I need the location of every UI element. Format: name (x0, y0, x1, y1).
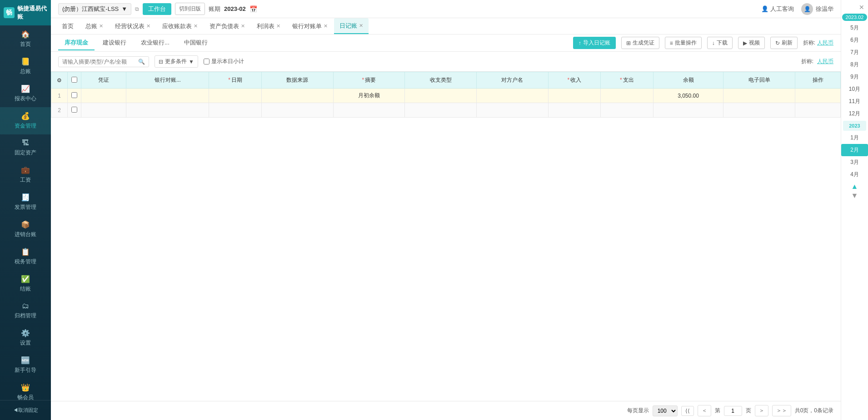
month-item-4[interactable]: 4月 (841, 168, 868, 181)
fixed-icon: 🏗 (22, 139, 29, 147)
month-item-9[interactable]: 9月 (841, 71, 868, 83)
sidebar-item-fixed[interactable]: 🏗 固定资产 (0, 134, 51, 161)
row2-e-statement (723, 103, 795, 118)
sidebar-item-settle[interactable]: ✅ 结账 (0, 270, 51, 297)
sidebar-item-home[interactable]: 🏠 首页 (0, 25, 51, 53)
download-button[interactable]: ↓ 下载 (707, 37, 733, 49)
month-item-8[interactable]: 8月 (841, 59, 868, 71)
sub-tab-cash[interactable]: 库存现金 (58, 36, 95, 50)
month-item-11[interactable]: 11月 (841, 95, 868, 108)
tab-status[interactable]: 经营状况表 ✕ (110, 18, 156, 34)
col-checkbox[interactable] (68, 72, 81, 89)
search-box[interactable]: 🔍 (58, 56, 149, 67)
tab-bank-close[interactable]: ✕ (324, 23, 328, 29)
last-page-button[interactable]: ＞＞ (772, 405, 791, 416)
user-area[interactable]: 👤 徐温华 (801, 3, 833, 15)
sidebar-item-settings[interactable]: ⚙️ 设置 (0, 324, 51, 351)
tab-home[interactable]: 首页 (56, 18, 79, 34)
tab-receivable[interactable]: 应收账款表 ✕ (157, 18, 203, 34)
col-balance: 余额 (653, 72, 723, 89)
refresh-button[interactable]: ↻ 刷新 (770, 37, 798, 49)
page-input[interactable] (724, 406, 742, 416)
sidebar-item-member[interactable]: 👑 畅会员 (0, 379, 51, 400)
year-row-2023[interactable]: 2023 (843, 121, 866, 131)
company-selector[interactable]: (勿册）江西赋宝-LSS ▼ (58, 3, 131, 15)
sidebar-item-report[interactable]: 📈 报表中心 (0, 80, 51, 107)
calendar-icon[interactable]: 📅 (249, 5, 257, 13)
video-label: 视频 (749, 39, 760, 47)
show-daily-checkbox[interactable] (204, 59, 210, 64)
tab-ledger[interactable]: 总账 ✕ (80, 18, 109, 34)
currency-link2[interactable]: 人民币 (817, 58, 833, 65)
tab-assets[interactable]: 资产负债表 ✕ (204, 18, 250, 34)
tab-bar: 首页 总账 ✕ 经营状况表 ✕ 应收账款表 ✕ 资产负债表 ✕ 利润表 ✕ 银行… (51, 18, 841, 35)
year-header-2023-02[interactable]: 2023.02 (842, 14, 868, 21)
old-version-button[interactable]: 切到旧版 (175, 3, 205, 15)
month-item-2[interactable]: 2月 (841, 144, 868, 156)
sidebar-item-tax[interactable]: 📋 税务管理 (0, 243, 51, 270)
generate-voucher-button[interactable]: ⊞ 生成凭证 (621, 37, 659, 49)
video-button[interactable]: ▶ 视频 (738, 37, 765, 49)
month-item-3[interactable]: 3月 (841, 156, 868, 168)
customer-service[interactable]: 👤 人工客询 (761, 5, 794, 13)
tab-profit[interactable]: 利润表 ✕ (251, 18, 286, 34)
sidebar-item-guide[interactable]: 🆕 新手引导 (0, 351, 51, 379)
month-item-10[interactable]: 10月 (841, 83, 868, 95)
sidebar-item-archive[interactable]: 🗂 归档管理 (0, 297, 51, 324)
tab-assets-close[interactable]: ✕ (241, 23, 245, 29)
row1-expense (601, 89, 653, 103)
sub-tab-construction[interactable]: 建设银行 (96, 36, 133, 50)
sidebar-item-ledger[interactable]: 📒 总账 (0, 53, 51, 80)
import-journal-button[interactable]: ↑ 导入日记账 (573, 37, 616, 49)
search-input[interactable] (62, 59, 135, 65)
tab-journal[interactable]: 日记账 ✕ (334, 18, 369, 34)
prev-page-button[interactable]: ＜ (698, 405, 711, 416)
sidebar-item-invoice[interactable]: 🧾 发票管理 (0, 188, 51, 216)
tab-receivable-close[interactable]: ✕ (194, 23, 198, 29)
table-row: 1 月初余额 3,050.00 (51, 89, 841, 103)
search-icon[interactable]: 🔍 (138, 59, 145, 65)
row1-actions (795, 89, 841, 103)
header-right: 👤 人工客询 👤 徐温华 (761, 3, 833, 15)
sidebar-logo[interactable]: 畅 畅捷通易代账 (0, 0, 51, 25)
month-item-7[interactable]: 7月 (841, 46, 868, 59)
row1-checkbox[interactable] (68, 89, 81, 103)
month-item-5[interactable]: 5月 (841, 22, 868, 34)
tab-ledger-close[interactable]: ✕ (99, 23, 103, 29)
unpin-button[interactable]: ◀取消固定 (2, 404, 49, 416)
first-page-button[interactable]: ⟨⟨ (681, 406, 694, 416)
per-page-select[interactable]: 100 50 200 (653, 405, 678, 416)
settings-icon: ⚙️ (21, 329, 30, 337)
tab-bank[interactable]: 银行对账单 ✕ (287, 18, 333, 34)
more-conditions-button[interactable]: ⊟ 更多条件 ▼ (155, 55, 198, 68)
sidebar-item-sales[interactable]: 📦 进销台账 (0, 216, 51, 243)
scroll-down-icon[interactable]: ▼ (851, 192, 858, 200)
row1-summary: 月初余额 (333, 89, 405, 103)
sidebar-item-salary[interactable]: 💼 工资 (0, 161, 51, 188)
batch-op-button[interactable]: ≡ 批量操作 (665, 37, 702, 49)
sub-tab-china[interactable]: 中国银行 (178, 36, 214, 50)
capital-icon: 💰 (21, 112, 30, 120)
month-item-6[interactable]: 6月 (841, 34, 868, 46)
scroll-up-icon[interactable]: ▲ (851, 183, 858, 191)
top-header: (勿册）江西赋宝-LSS ▼ ⧉ 工作台 切到旧版 账期 2023-02 📅 👤… (51, 0, 841, 18)
copy-icon[interactable]: ⧉ (135, 6, 139, 12)
sub-tab-cash-label: 库存现金 (65, 39, 88, 46)
currency-value[interactable]: 人民币 (817, 39, 833, 47)
month-item-1[interactable]: 1月 (841, 132, 868, 144)
show-daily-text: 显示本日小计 (211, 58, 244, 65)
tab-journal-close[interactable]: ✕ (359, 23, 363, 29)
next-page-button[interactable]: ＞ (755, 405, 768, 416)
sub-tab-agriculture[interactable]: 农业银行... (135, 36, 176, 50)
logo-icon: 畅 (4, 7, 15, 18)
sidebar-item-capital[interactable]: 💰 资金管理 (0, 107, 51, 134)
tab-status-close[interactable]: ✕ (146, 23, 150, 29)
row2-checkbox[interactable] (68, 103, 81, 118)
side-panel-close-button[interactable]: ✕ (855, 2, 868, 13)
workbench-button[interactable]: 工作台 (143, 3, 171, 15)
show-daily-label[interactable]: 显示本日小计 (204, 58, 244, 65)
tab-profit-close[interactable]: ✕ (276, 23, 280, 29)
col-settings[interactable]: ⚙ (51, 72, 68, 89)
month-item-12[interactable]: 12月 (841, 108, 868, 120)
select-all-checkbox[interactable] (71, 77, 77, 83)
